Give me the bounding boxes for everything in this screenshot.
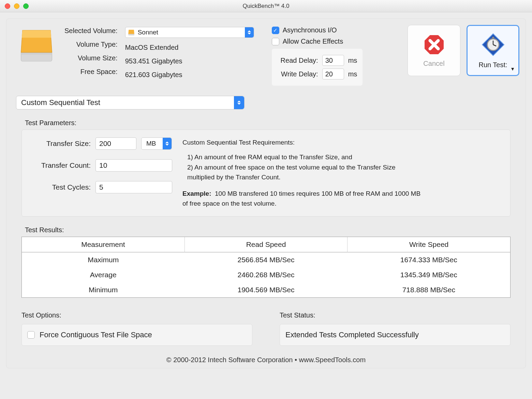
async-io-label: Asynchronous I/O bbox=[283, 26, 337, 34]
force-contiguous-checkbox[interactable] bbox=[27, 331, 35, 339]
transfer-count-label: Transfer Count: bbox=[29, 161, 91, 169]
test-type-value: Custom Sequential Test bbox=[21, 98, 100, 107]
test-status-text: Extended Tests Completed Successfully bbox=[285, 330, 419, 339]
footer-text: © 2000-2012 Intech Software Corporation … bbox=[13, 356, 519, 364]
table-row: Maximum 2566.854 MB/Sec 1674.333 MB/Sec bbox=[22, 252, 510, 267]
volume-type-label: Volume Type: bbox=[76, 41, 118, 48]
test-cycles-label: Test Cycles: bbox=[29, 183, 91, 191]
test-results-label: Test Results: bbox=[25, 226, 519, 234]
volume-size-label: Volume Size: bbox=[78, 54, 118, 62]
ms-label-2: ms bbox=[348, 70, 357, 78]
dropdown-arrows-icon bbox=[234, 96, 244, 109]
stopwatch-icon bbox=[481, 32, 505, 57]
allow-cache-checkbox[interactable] bbox=[272, 38, 279, 45]
async-io-checkbox[interactable] bbox=[272, 27, 279, 34]
test-status-label: Test Status: bbox=[280, 311, 511, 319]
table-row: Minimum 1904.569 MB/Sec 718.888 MB/Sec bbox=[22, 282, 510, 297]
volume-size-value: 953.451 Gigabytes bbox=[125, 57, 182, 65]
transfer-size-unit-select[interactable]: MB bbox=[141, 137, 172, 150]
col-write-speed: Write Speed bbox=[348, 237, 510, 252]
write-delay-input[interactable]: 20 bbox=[322, 69, 344, 79]
results-table: Measurement Read Speed Write Speed Maxim… bbox=[21, 237, 511, 298]
test-cycles-input[interactable]: 5 bbox=[95, 181, 172, 193]
col-read-speed: Read Speed bbox=[185, 237, 348, 252]
dropdown-caret-icon: ▼ bbox=[510, 66, 515, 72]
read-delay-label: Read Delay: bbox=[277, 57, 318, 64]
volume-select-value: Sonnet bbox=[138, 29, 158, 36]
table-row: Average 2460.268 MB/Sec 1345.349 MB/Sec bbox=[22, 267, 510, 282]
transfer-size-label: Transfer Size: bbox=[29, 139, 91, 148]
free-space-label: Free Space: bbox=[80, 68, 118, 76]
run-test-button[interactable]: Run Test: ▼ bbox=[467, 25, 519, 76]
col-measurement: Measurement bbox=[22, 237, 185, 252]
svg-rect-8 bbox=[492, 37, 494, 39]
titlebar: QuickBench™ 4.0 bbox=[0, 0, 532, 12]
write-delay-label: Write Delay: bbox=[277, 70, 318, 78]
free-space-value: 621.603 Gigabytes bbox=[125, 71, 182, 79]
test-parameters-label: Test Parameters: bbox=[25, 119, 519, 127]
test-type-select[interactable]: Custom Sequential Test bbox=[16, 96, 245, 109]
volume-select[interactable]: Sonnet bbox=[125, 27, 254, 38]
example-label: Example: bbox=[182, 190, 211, 197]
cancel-icon bbox=[423, 34, 445, 56]
transfer-size-input[interactable]: 200 bbox=[95, 137, 136, 150]
test-parameters-panel: Transfer Size: 200 MB Transfer Count: 10… bbox=[21, 130, 511, 217]
read-delay-input[interactable]: 30 bbox=[322, 55, 344, 66]
dropdown-arrows-icon bbox=[163, 138, 172, 149]
requirement-2: 2) An amount of free space on the test v… bbox=[187, 162, 421, 182]
transfer-count-input[interactable]: 10 bbox=[95, 159, 172, 172]
example-text: 100 MB transfered 10 times requires 100 … bbox=[182, 190, 420, 207]
window-title: QuickBench™ 4.0 bbox=[0, 3, 532, 10]
ms-label: ms bbox=[348, 57, 357, 64]
allow-cache-label: Allow Cache Effects bbox=[283, 38, 343, 45]
test-options-label: Test Options: bbox=[21, 311, 252, 319]
volume-type-value: MacOS Extended bbox=[125, 44, 179, 51]
selected-volume-label: Selected Volume: bbox=[64, 27, 118, 35]
cancel-button[interactable]: Cancel bbox=[408, 25, 460, 76]
requirement-1: 1) An amount of free RAM equal to the Tr… bbox=[187, 152, 421, 162]
requirements-title: Custom Sequential Test Requirements: bbox=[182, 137, 421, 147]
volume-icon bbox=[13, 25, 60, 86]
force-contiguous-label: Force Contiguous Test File Space bbox=[40, 330, 152, 339]
dropdown-arrows-icon bbox=[245, 27, 254, 38]
